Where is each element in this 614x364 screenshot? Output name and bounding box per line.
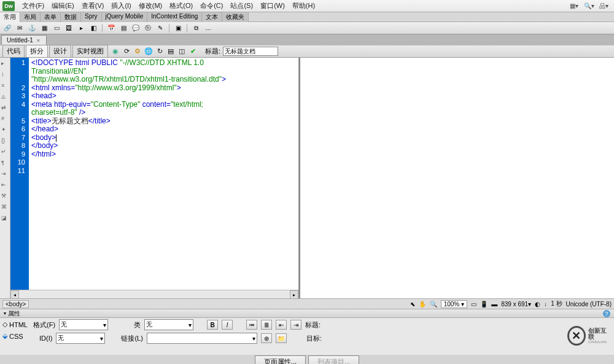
class-select[interactable]: 无▾ (144, 319, 193, 330)
link-select[interactable]: ▾ (147, 333, 257, 344)
category-tab[interactable]: InContext Editing (147, 12, 202, 22)
tag-selector-breadcrumb[interactable]: <body> (2, 300, 29, 308)
options-icon[interactable]: ▤ (166, 47, 176, 56)
visual-aids-icon[interactable]: ◫ (177, 47, 187, 56)
comment-icon[interactable]: 💬 (131, 23, 141, 33)
menu-item[interactable]: 命令(C) (196, 0, 227, 12)
tablet-icon[interactable]: ▬ (491, 301, 497, 308)
menu-item[interactable]: 窗口(W) (257, 0, 289, 12)
zoom-select[interactable]: 100%▾ (441, 300, 468, 308)
menu-item[interactable]: 编辑(E) (48, 0, 78, 12)
menu-item[interactable]: 帮助(H) (289, 0, 319, 12)
italic-button[interactable]: I (222, 320, 233, 330)
select-parent-icon[interactable]: ◬ (1, 93, 9, 101)
category-tab[interactable]: Spry (81, 12, 102, 22)
menu-item[interactable]: 查看(V) (78, 0, 108, 12)
format-select[interactable]: 无▾ (59, 319, 108, 330)
category-tab[interactable]: jQuery Mobile (102, 12, 148, 22)
code-content[interactable]: <!DOCTYPE html PUBLIC "-//W3C//DTD XHTML… (29, 58, 298, 298)
hidden-chars-icon[interactable]: ¶ (1, 160, 9, 167)
design-view-button[interactable]: 设计 (49, 45, 71, 58)
format-icon[interactable]: ⚒ (1, 193, 9, 200)
download-icon[interactable]: ↓ (544, 301, 547, 308)
close-icon[interactable]: × (37, 37, 40, 44)
templates-icon[interactable]: ▣ (173, 23, 183, 33)
anchor-icon[interactable]: ⚓ (27, 23, 37, 33)
div-icon[interactable]: ▭ (52, 23, 61, 33)
connection-icon[interactable]: ◐ (535, 301, 540, 308)
code-view-button[interactable]: 代码 (2, 45, 25, 58)
page-properties-button[interactable]: 页面属性... (255, 355, 306, 365)
expand-icon[interactable]: ≡ (1, 82, 9, 90)
live-view-button[interactable]: 实时视图 (72, 45, 108, 58)
title-input[interactable] (223, 47, 278, 56)
pointer-icon[interactable]: ⬉ (410, 301, 415, 308)
media-icon[interactable]: ▸ (76, 23, 86, 33)
layout-icon[interactable]: ▦▾ (569, 1, 580, 11)
extend-icon[interactable]: 品▾ (598, 1, 609, 11)
indent-button[interactable]: ⇥ (290, 320, 301, 330)
refresh-icon[interactable]: ↻ (155, 47, 165, 56)
id-select[interactable]: 无▾ (56, 333, 105, 344)
balance-icon[interactable]: ⇄ (1, 104, 9, 112)
hand-icon[interactable]: ✋ (419, 301, 426, 308)
design-preview-pane[interactable] (299, 58, 614, 298)
word-wrap-icon[interactable]: ↵ (1, 149, 9, 156)
more-icon[interactable]: … (203, 23, 213, 33)
server-debug-icon[interactable]: ⚙ (133, 47, 142, 56)
split-view-button[interactable]: 拆分 (26, 45, 48, 58)
browser-icon[interactable]: 🌐 (144, 47, 154, 56)
table-icon[interactable]: ▦ (39, 23, 49, 33)
head-icon[interactable]: ⓗ (143, 23, 153, 33)
open-docs-icon[interactable]: ▸ (1, 60, 9, 68)
check-icon[interactable]: ✔ (188, 47, 198, 56)
scroll-left-icon[interactable]: ◂ (10, 290, 19, 298)
help-icon[interactable]: ? (603, 310, 610, 317)
menu-item[interactable]: 格式(O) (166, 0, 196, 12)
browse-folder-icon[interactable]: 📁 (276, 333, 287, 343)
line-numbers-icon[interactable]: # (1, 115, 9, 123)
highlight-icon[interactable]: ✦ (1, 126, 9, 134)
date-icon[interactable]: 📅 (106, 23, 116, 33)
phone-icon[interactable]: 📱 (480, 301, 488, 308)
recent-icon[interactable]: ⌘ (1, 204, 9, 211)
outdent-button[interactable]: ⇤ (276, 320, 287, 330)
script-icon[interactable]: ✎ (155, 23, 165, 33)
scroll-right-icon[interactable]: ▸ (290, 290, 298, 298)
dimensions-label[interactable]: 839 x 691▾ (501, 301, 531, 308)
document-tab[interactable]: Untitled-1 × (1, 35, 47, 45)
tag-icon[interactable]: ⧉ (191, 23, 201, 33)
properties-panel-header[interactable]: ▾ 属性 ? (0, 309, 614, 318)
menu-item[interactable]: 文件(F) (18, 0, 48, 12)
category-tab[interactable]: 布局 (20, 12, 41, 22)
server-icon[interactable]: ▤ (119, 23, 128, 33)
category-tab[interactable]: 常用 (0, 12, 20, 22)
snippets-icon[interactable]: ◪ (1, 215, 9, 222)
css-mode-toggle[interactable]: ⬙CSS (2, 332, 28, 340)
image-icon[interactable]: 🖼 (64, 23, 74, 33)
category-tab[interactable]: 数据 (61, 12, 81, 22)
zoom-tool-icon[interactable]: 🔍 (430, 301, 437, 308)
menu-item[interactable]: 插入(I) (107, 0, 134, 12)
category-tab[interactable]: 表单 (41, 12, 61, 22)
menu-item[interactable]: 站点(S) (227, 0, 257, 12)
widget-icon[interactable]: ◧ (88, 23, 98, 33)
ol-button[interactable]: ≣ (261, 320, 272, 330)
inspect-icon[interactable]: ⟳ (122, 47, 131, 56)
collapse-icon[interactable]: ↕ (1, 71, 9, 79)
chevron-down-icon[interactable]: ▾ (4, 311, 6, 316)
hyperlink-icon[interactable]: 🔗 (2, 23, 12, 33)
indent-icon[interactable]: ⇥ (1, 171, 9, 178)
category-tab[interactable]: 文本 (202, 12, 222, 22)
html-mode-toggle[interactable]: ◇HTML (2, 320, 28, 328)
email-icon[interactable]: ✉ (15, 23, 25, 33)
point-to-file-icon[interactable]: ⊕ (261, 333, 272, 343)
search-icon[interactable]: 🔍▾ (583, 1, 594, 11)
bold-button[interactable]: B (207, 320, 218, 330)
code-editor-pane[interactable]: 1 234 567891011 <!DOCTYPE html PUBLIC "-… (10, 58, 299, 298)
menu-item[interactable]: 修改(M) (135, 0, 166, 12)
outdent-icon[interactable]: ⇤ (1, 182, 9, 189)
live-code-icon[interactable]: ◉ (111, 47, 120, 56)
syntax-icon[interactable]: {} (1, 137, 9, 145)
category-tab[interactable]: 收藏夹 (222, 12, 249, 22)
